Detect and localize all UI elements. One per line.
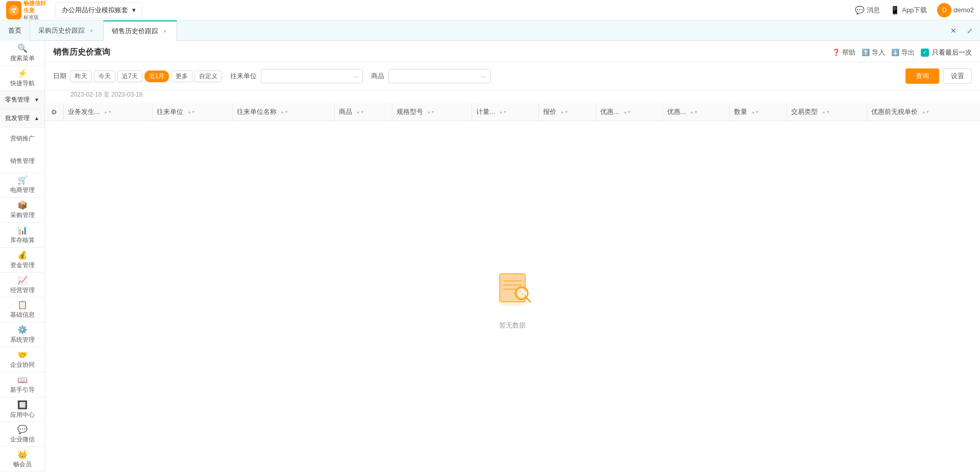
tab-close-btn[interactable]: ✕ xyxy=(947,25,960,37)
tab-purchase[interactable]: 采购历史价跟踪 × xyxy=(30,20,104,41)
tab-sales[interactable]: 销售历史价跟踪 × xyxy=(104,20,177,41)
enterprise-icon: 🤝 xyxy=(17,350,28,360)
export-icon: ⬇️ xyxy=(891,49,899,56)
page-header: 销售历史价查询 ❓ 帮助 ⬆️ 导入 ⬇️ 导出 ✓ 只看最后一次 xyxy=(45,41,980,62)
sort-partner-name[interactable]: ▲▼ xyxy=(280,110,288,114)
sort-pretax-price[interactable]: ▲▼ xyxy=(921,110,929,114)
logo-icon xyxy=(6,1,21,19)
sidebar-item-inventory[interactable]: 📊 库存核算 xyxy=(0,223,44,248)
sort-spec[interactable]: ▲▼ xyxy=(427,110,435,114)
page-title: 销售历史价查询 xyxy=(53,47,110,58)
th-biz-date: 业务发生... ▲▼ xyxy=(63,103,153,121)
message-btn[interactable]: 💬 消息 xyxy=(855,6,880,15)
tab-purchase-close[interactable]: × xyxy=(88,27,95,34)
date-btn-7days[interactable]: 近7天 xyxy=(117,70,142,82)
th-discount1: 优惠... ▲▼ xyxy=(596,103,663,121)
sidebar-label-search: 搜索菜单 xyxy=(10,54,35,63)
app-download-btn[interactable]: 📱 App下载 xyxy=(890,6,927,15)
sidebar-item-guide[interactable]: 📖 新手引导 xyxy=(0,372,44,397)
sidebar-item-search[interactable]: 🔍 搜索菜单 xyxy=(0,41,44,66)
tab-home[interactable]: 首页 xyxy=(0,20,30,41)
export-btn[interactable]: ⬇️ 导出 xyxy=(891,48,915,57)
sidebar-label-sales-mgmt: 销售管理 xyxy=(10,157,35,166)
partner-input[interactable] xyxy=(265,73,353,80)
setting-button[interactable]: 设置 xyxy=(943,68,972,84)
partner-input-wrap[interactable]: ··· xyxy=(261,69,363,83)
th-partner-name: 往来单位名称 ▲▼ xyxy=(232,103,334,121)
svg-point-9 xyxy=(518,289,526,297)
th-settings: ⚙ xyxy=(45,103,63,121)
tab-bar: 首页 采购历史价跟踪 × 销售历史价跟踪 × ✕ ⤢ xyxy=(0,20,980,41)
sort-price[interactable]: ▲▼ xyxy=(560,110,568,114)
query-button[interactable]: 查询 xyxy=(905,68,939,84)
import-icon: ⬆️ xyxy=(862,49,870,56)
tab-sales-close[interactable]: × xyxy=(161,28,168,35)
avatar: D xyxy=(937,3,951,17)
date-label: 日期 xyxy=(53,72,66,81)
sidebar-item-sales-mgmt[interactable]: 销售管理 xyxy=(0,150,44,173)
logo-line2: 标准版 xyxy=(23,14,51,20)
only-last-checkbox[interactable]: ✓ xyxy=(921,49,929,57)
date-btn-today[interactable]: 今天 xyxy=(94,70,115,82)
sort-biz-date[interactable]: ▲▼ xyxy=(104,110,112,114)
sidebar-label-finance: 资金管理 xyxy=(10,261,35,270)
date-filter-group: 日期 昨天 今天 近7天 近1月 更多 自定义 xyxy=(53,70,222,82)
sidebar-label-apps: 应用中心 xyxy=(10,411,35,419)
sidebar-label-retail: 零售管理 xyxy=(5,96,30,104)
date-btn-custom[interactable]: 自定义 xyxy=(194,70,222,82)
sidebar-label-guide: 新手引导 xyxy=(10,386,35,394)
only-last-wrap[interactable]: ✓ 只看最后一次 xyxy=(921,48,972,57)
sidebar-item-marketing[interactable]: 营销推广 xyxy=(0,128,44,150)
sort-goods[interactable]: ▲▼ xyxy=(356,110,364,114)
table-header: ⚙ 业务发生... ▲▼ 往来单位 ▲▼ 往来单位名称 ▲▼ xyxy=(45,103,980,121)
sidebar-item-purchase[interactable]: 📦 采购管理 xyxy=(0,198,44,223)
goods-input-wrap[interactable]: ··· xyxy=(388,69,491,83)
sidebar-item-retail[interactable]: 零售管理 ▼ xyxy=(0,91,44,109)
sort-partner[interactable]: ▲▼ xyxy=(187,110,195,114)
help-icon: ❓ xyxy=(832,49,840,56)
sidebar-item-apps[interactable]: 🔲 应用中心 xyxy=(0,397,44,422)
table-settings-icon[interactable]: ⚙ xyxy=(49,108,59,116)
goods-dots[interactable]: ··· xyxy=(481,73,486,80)
sidebar-item-basic-info[interactable]: 📋 基础信息 xyxy=(0,297,44,322)
date-btn-yesterday[interactable]: 昨天 xyxy=(70,70,92,82)
user-profile-btn[interactable]: D demo2 xyxy=(937,3,974,17)
purchase-icon: 📦 xyxy=(17,200,28,210)
sidebar-item-member[interactable]: 👑 畅会员 xyxy=(0,447,44,472)
app-selector[interactable]: 办公用品行业模拟账套 ▾ xyxy=(55,2,142,18)
message-icon: 💬 xyxy=(855,6,865,15)
filter-btn-group: 查询 设置 xyxy=(905,68,972,84)
management-icon: 📈 xyxy=(17,275,28,285)
apps-icon: 🔲 xyxy=(17,400,28,410)
sidebar-label-quicknav: 快捷导航 xyxy=(10,79,35,88)
sort-trade-type[interactable]: ▲▼ xyxy=(822,110,830,114)
goods-input[interactable] xyxy=(393,73,480,80)
partner-dots[interactable]: ··· xyxy=(353,73,359,80)
sidebar-item-quicknav[interactable]: ⚡ 快捷导航 xyxy=(0,66,44,91)
sort-discount2[interactable]: ▲▼ xyxy=(690,110,698,114)
sidebar-item-finance[interactable]: 💰 资金管理 xyxy=(0,248,44,273)
sidebar-item-enterprise[interactable]: 🤝 企业协同 xyxy=(0,347,44,372)
sort-discount1[interactable]: ▲▼ xyxy=(623,110,631,114)
dropdown-icon: ▾ xyxy=(132,6,136,14)
tab-bar-actions: ✕ ⤢ xyxy=(947,25,980,37)
inventory-icon: 📊 xyxy=(17,225,28,235)
tab-maximize-btn[interactable]: ⤢ xyxy=(964,25,976,37)
sort-unit[interactable]: ▲▼ xyxy=(499,110,507,114)
help-btn[interactable]: ❓ 帮助 xyxy=(832,48,855,57)
retail-arrow: ▼ xyxy=(34,97,39,103)
sidebar-label-basic-info: 基础信息 xyxy=(10,311,35,319)
date-btn-more[interactable]: 更多 xyxy=(171,70,192,82)
sidebar-label-system: 系统管理 xyxy=(10,336,35,344)
date-btn-1month[interactable]: 近1月 xyxy=(144,70,169,82)
sidebar-item-wechat[interactable]: 💬 企业微信 xyxy=(0,422,44,447)
th-discount2: 优惠... ▲▼ xyxy=(663,103,730,121)
sidebar-item-ecommerce[interactable]: 🛒 电商管理 xyxy=(0,173,44,198)
sidebar-item-system[interactable]: ⚙️ 系统管理 xyxy=(0,322,44,347)
sidebar-item-management[interactable]: 📈 经营管理 xyxy=(0,273,44,298)
svg-point-11 xyxy=(520,291,521,292)
sidebar-item-wholesale[interactable]: 批发管理 ▲ xyxy=(0,109,44,128)
sort-qty[interactable]: ▲▼ xyxy=(751,110,760,114)
wechat-icon: 💬 xyxy=(17,424,28,434)
import-btn[interactable]: ⬆️ 导入 xyxy=(862,48,885,57)
